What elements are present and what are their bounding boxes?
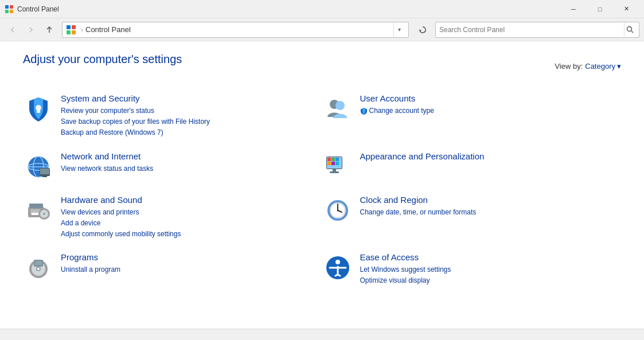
svg-rect-6 xyxy=(72,25,76,29)
search-button[interactable] xyxy=(624,23,635,37)
address-dropdown-button[interactable]: ▾ xyxy=(393,22,405,37)
refresh-icon xyxy=(419,26,427,34)
svg-rect-0 xyxy=(5,5,9,9)
hardware-sound-link-3[interactable]: Adjust commonly used mobility settings xyxy=(61,229,305,240)
hardware-sound-link-2[interactable]: Add a device xyxy=(61,218,305,229)
ease-access-link-2[interactable]: Optimize visual display xyxy=(360,275,604,286)
search-icon xyxy=(626,26,634,33)
svg-rect-21 xyxy=(42,176,47,177)
category-programs: Programs Uninstall a program xyxy=(23,252,322,286)
clock-region-title[interactable]: Clock and Region xyxy=(360,195,604,205)
svg-rect-8 xyxy=(72,30,76,34)
svg-rect-3 xyxy=(10,10,13,13)
ease-access-icon xyxy=(322,252,353,283)
up-icon xyxy=(46,26,53,34)
programs-content: Programs Uninstall a program xyxy=(61,252,305,275)
close-button[interactable]: ✕ xyxy=(613,0,639,18)
svg-rect-12 xyxy=(37,109,40,113)
svg-point-49 xyxy=(37,268,40,270)
programs-link-1[interactable]: Uninstall a program xyxy=(61,264,305,275)
svg-rect-34 xyxy=(29,204,43,208)
svg-rect-51 xyxy=(35,261,42,265)
restore-button[interactable]: □ xyxy=(587,0,613,18)
svg-rect-7 xyxy=(67,30,71,34)
programs-title[interactable]: Programs xyxy=(61,252,305,262)
svg-rect-25 xyxy=(331,158,335,161)
title-bar-controls: ─ □ ✕ xyxy=(560,0,639,18)
forward-icon xyxy=(28,26,34,33)
ease-access-title[interactable]: Ease of Access xyxy=(360,252,604,262)
svg-rect-30 xyxy=(333,169,336,171)
minimize-button[interactable]: ─ xyxy=(560,0,587,18)
svg-rect-20 xyxy=(40,169,49,174)
user-accounts-title[interactable]: User Accounts xyxy=(360,93,604,103)
svg-rect-5 xyxy=(67,25,71,29)
view-by-label: View by: xyxy=(555,62,583,71)
hardware-sound-content: Hardware and Sound View devices and prin… xyxy=(61,195,305,240)
user-accounts-icon xyxy=(322,93,353,124)
hardware-sound-title[interactable]: Hardware and Sound xyxy=(61,195,305,205)
appearance-icon xyxy=(322,151,353,182)
svg-rect-31 xyxy=(330,171,339,173)
svg-rect-35 xyxy=(32,213,38,215)
address-bar[interactable]: › Control Panel ▾ xyxy=(62,22,409,38)
svg-point-9 xyxy=(627,27,632,32)
refresh-button[interactable] xyxy=(415,22,431,38)
programs-icon xyxy=(23,252,54,283)
svg-rect-26 xyxy=(335,158,339,161)
hardware-sound-icon xyxy=(23,195,54,226)
search-input[interactable] xyxy=(439,26,624,34)
address-text: Control Panel xyxy=(85,25,393,34)
category-user-accounts: User Accounts Change account type xyxy=(322,93,622,139)
back-icon xyxy=(9,26,16,33)
page-title: Adjust your computer's settings xyxy=(23,53,182,66)
category-appearance: Appearance and Personalization xyxy=(322,151,622,182)
system-security-link-1[interactable]: Review your computer's status xyxy=(61,105,305,116)
system-security-icon xyxy=(23,93,54,124)
svg-point-38 xyxy=(43,213,45,215)
category-system-security: System and Security Review your computer… xyxy=(23,93,322,139)
network-internet-content: Network and Internet View network status… xyxy=(61,151,305,174)
svg-line-57 xyxy=(338,275,340,276)
status-bar xyxy=(0,329,644,340)
svg-rect-1 xyxy=(10,5,13,9)
nav-bar: › Control Panel ▾ xyxy=(0,18,644,41)
title-bar: Control Panel ─ □ ✕ xyxy=(0,0,644,18)
svg-rect-29 xyxy=(335,162,339,165)
category-clock-region: Clock and Region Change date, time, or n… xyxy=(322,195,622,240)
user-accounts-link-1[interactable]: Change account type xyxy=(369,105,434,116)
title-bar-left: Control Panel xyxy=(5,5,59,14)
forward-button[interactable] xyxy=(23,22,39,38)
hardware-sound-link-1[interactable]: View devices and printers xyxy=(61,207,305,218)
address-separator: › xyxy=(81,26,83,34)
svg-line-10 xyxy=(631,31,633,33)
clock-region-link-1[interactable]: Change date, time, or number formats xyxy=(360,207,604,218)
category-ease-access: Ease of Access Let Windows suggest setti… xyxy=(322,252,622,286)
search-box[interactable] xyxy=(435,22,639,38)
appearance-title[interactable]: Appearance and Personalization xyxy=(360,151,604,161)
categories-grid: System and Security Review your computer… xyxy=(23,93,621,299)
system-security-link-2[interactable]: Save backup copies of your files with Fi… xyxy=(61,116,305,127)
appearance-content: Appearance and Personalization xyxy=(360,151,604,163)
view-by: View by: Category ▾ xyxy=(555,62,621,71)
back-button[interactable] xyxy=(5,22,21,38)
shield-small-icon xyxy=(360,107,368,115)
network-internet-icon xyxy=(23,151,54,182)
clock-region-icon xyxy=(322,195,353,226)
clock-region-content: Clock and Region Change date, time, or n… xyxy=(360,195,604,218)
category-network-internet: Network and Internet View network status… xyxy=(23,151,322,182)
network-internet-link-1[interactable]: View network status and tasks xyxy=(61,163,305,174)
svg-rect-2 xyxy=(5,10,9,13)
user-accounts-content: User Accounts Change account type xyxy=(360,93,604,116)
view-by-dropdown[interactable]: Category ▾ xyxy=(585,62,621,71)
title-bar-text: Control Panel xyxy=(17,5,59,13)
system-security-link-3[interactable]: Backup and Restore (Windows 7) xyxy=(61,127,305,138)
ease-access-content: Ease of Access Let Windows suggest setti… xyxy=(360,252,604,286)
network-internet-title[interactable]: Network and Internet xyxy=(61,151,305,161)
up-button[interactable] xyxy=(41,22,57,38)
title-bar-icon xyxy=(5,5,14,14)
svg-point-45 xyxy=(337,209,338,211)
system-security-content: System and Security Review your computer… xyxy=(61,93,305,139)
system-security-title[interactable]: System and Security xyxy=(61,93,305,103)
ease-access-link-1[interactable]: Let Windows suggest settings xyxy=(360,264,604,275)
